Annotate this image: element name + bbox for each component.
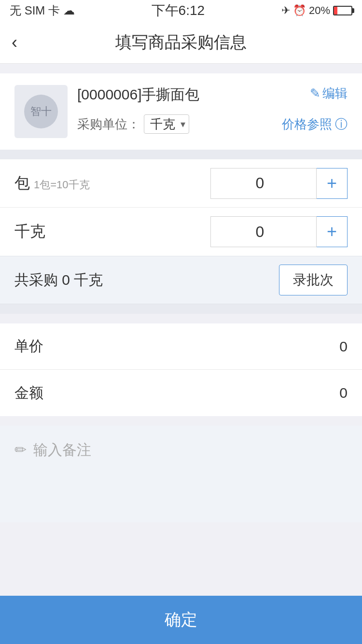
- batch-button[interactable]: 录批次: [279, 265, 348, 295]
- bottom-spacer: [0, 522, 362, 571]
- amount-label: 金额: [14, 383, 43, 403]
- kg-quantity-input[interactable]: [210, 216, 317, 247]
- edit-icon: ✎: [310, 86, 320, 101]
- bag-quantity-input[interactable]: [210, 168, 317, 199]
- back-icon: ‹: [12, 32, 17, 53]
- section-divider-2: [0, 304, 362, 314]
- detail-section: 单价 0 金额 0: [0, 323, 362, 416]
- bag-sub: 1包=10千克: [34, 178, 90, 192]
- price-value: 0: [339, 338, 348, 355]
- status-time: 下午6:12: [152, 1, 205, 20]
- notes-section[interactable]: ✏ 输入备注: [0, 426, 362, 522]
- bag-label-group: 包 1包=10千克: [14, 173, 90, 194]
- status-left: 无 SIM 卡 ☁: [10, 3, 75, 18]
- amount-row: 金额 0: [0, 370, 362, 416]
- quantity-input-section: 包 1包=10千克 + 千克 +: [0, 159, 362, 256]
- summary-row: 共采购 0 千克 录批次: [0, 256, 362, 304]
- kg-input-row: 千克 +: [0, 208, 362, 256]
- bag-input-row: 包 1包=10千克 +: [0, 159, 362, 208]
- unit-label: 采购单位：: [77, 116, 140, 133]
- battery-icon: [333, 6, 352, 15]
- status-right: ✈ ⏰ 20%: [281, 4, 352, 17]
- product-logo: 智十: [24, 95, 58, 128]
- product-logo-text: 智十: [30, 104, 52, 119]
- nav-bar: ‹ 填写商品采购信息: [0, 21, 362, 64]
- price-reference-button[interactable]: 价格参照 ⓘ: [282, 116, 348, 133]
- bag-input-controls: +: [210, 168, 348, 199]
- sim-status: 无 SIM 卡 ☁: [10, 3, 75, 18]
- kg-plus-button[interactable]: +: [317, 216, 348, 247]
- alarm-icon: ⏰: [293, 4, 306, 17]
- unit-selector[interactable]: 千克 包 件: [144, 114, 189, 134]
- edit-button[interactable]: ✎ 编辑: [310, 85, 348, 102]
- unit-select-input[interactable]: 千克 包 件: [144, 114, 189, 134]
- section-divider-1: [0, 150, 362, 159]
- product-thumbnail: 智十: [14, 85, 68, 138]
- price-row: 单价 0: [0, 323, 362, 370]
- edit-label: 编辑: [322, 85, 348, 102]
- page-title: 填写商品采购信息: [115, 31, 247, 54]
- confirm-button[interactable]: 确定: [0, 596, 362, 644]
- question-icon: ⓘ: [335, 116, 348, 133]
- product-name-row: [0000006]手撕面包 ✎ 编辑: [77, 85, 348, 105]
- status-bar: 无 SIM 卡 ☁ 下午6:12 ✈ ⏰ 20%: [0, 0, 362, 21]
- back-button[interactable]: ‹: [12, 32, 17, 53]
- bag-label: 包: [14, 173, 30, 194]
- kg-input-controls: +: [210, 216, 348, 247]
- price-ref-label: 价格参照: [282, 116, 332, 133]
- product-info: [0000006]手撕面包 ✎ 编辑 采购单位： 千克 包 件 价格参照 ⓘ: [77, 85, 348, 134]
- notes-placeholder: 输入备注: [33, 440, 91, 460]
- kg-label-group: 千克: [14, 221, 45, 242]
- product-card: 智十 [0000006]手撕面包 ✎ 编辑 采购单位： 千克 包 件: [0, 73, 362, 150]
- product-name: [0000006]手撕面包: [77, 85, 199, 105]
- price-label: 单价: [14, 336, 43, 356]
- summary-text: 共采购 0 千克: [14, 270, 103, 290]
- amount-value: 0: [339, 385, 348, 401]
- product-unit-row: 采购单位： 千克 包 件 价格参照 ⓘ: [77, 114, 348, 134]
- kg-label: 千克: [14, 221, 45, 242]
- location-icon: ✈: [281, 4, 290, 17]
- battery-text: 20%: [309, 4, 330, 17]
- bag-plus-button[interactable]: +: [317, 168, 348, 199]
- pencil-icon: ✏: [14, 441, 27, 458]
